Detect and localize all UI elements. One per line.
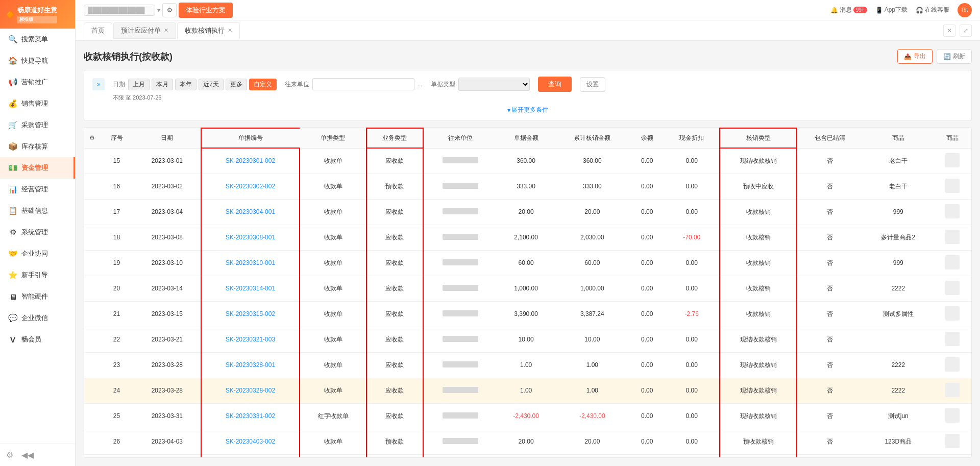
td-seq: 16	[100, 174, 134, 199]
page-actions: 📤 导出 🔄 刷新	[897, 49, 972, 64]
table-row: 24 2023-03-28 SK-20230328-002 收款单 应收款 1.…	[84, 378, 971, 403]
doc-no-link[interactable]: SK-20230314-001	[226, 285, 275, 292]
td-seq: 27	[100, 454, 134, 458]
td-writeoff-amount: 100.00	[555, 454, 630, 458]
td-seq: 23	[100, 352, 134, 378]
doc-no-link[interactable]: SK-20230308-001	[226, 234, 275, 241]
breadcrumb-area: ▾ ⚙ 体验行业方案	[84, 3, 824, 18]
custom-date-btn[interactable]: 自定义	[249, 79, 277, 90]
sidebar-label-finance: 资金管理	[21, 163, 48, 173]
sidebar-item-wechat[interactable]: 💬 企业微信	[0, 307, 75, 329]
sidebar-item-search[interactable]: 🔍 搜索菜单	[0, 29, 75, 50]
last-7-days-btn[interactable]: 近7天	[199, 79, 224, 90]
td-goods: 多计量商品2	[863, 225, 934, 250]
td-party	[423, 429, 498, 454]
sidebar-item-member[interactable]: V 畅会员	[0, 329, 75, 350]
td-goods: 老白干	[863, 174, 934, 199]
td-writeoff-amount: 1.00	[555, 352, 630, 378]
doc-no-link[interactable]: SK-20230328-001	[226, 361, 275, 369]
filter-panel: » 日期 上月 本月 本年 近7天 更多 自定义 往来单位 ...	[84, 70, 972, 121]
td-settings	[84, 327, 100, 352]
sidebar-item-collab[interactable]: 🤝 企业协同	[0, 243, 75, 264]
settings-bottom-icon[interactable]: ⚙	[6, 450, 13, 460]
user-avatar[interactable]: Rit	[958, 3, 972, 17]
th-goods: 商品	[863, 128, 934, 148]
doc-no-link[interactable]: SK-20230321-003	[226, 336, 275, 343]
sidebar-item-hardware[interactable]: 🖥 智能硬件	[0, 286, 75, 307]
collapse-icon[interactable]: ◀◀	[21, 450, 34, 460]
more-date-btn[interactable]: 更多	[226, 79, 247, 90]
th-settings[interactable]: ⚙	[84, 128, 100, 148]
tab-collection-label: 收款核销执行	[185, 26, 225, 35]
td-doc-type: 收款单	[300, 148, 366, 174]
td-cash-discount: 0.00	[664, 174, 720, 199]
td-goods-img	[934, 301, 971, 327]
doc-no-link[interactable]: SK-20230331-002	[226, 412, 275, 420]
breadcrumb-input[interactable]	[84, 5, 155, 16]
td-doc-type: 收款单	[300, 327, 366, 352]
doc-no-link[interactable]: SK-20230403-002	[226, 438, 275, 445]
sidebar-item-finance[interactable]: 💵 资金管理	[0, 157, 75, 179]
party-input[interactable]	[312, 78, 414, 90]
sidebar-label-inventory: 库存核算	[21, 142, 48, 151]
basic-info-icon: 📋	[8, 206, 17, 215]
filter-settings-button[interactable]: 设置	[580, 77, 605, 92]
td-goods: 测试jun	[863, 403, 934, 429]
query-button[interactable]: 查询	[538, 77, 572, 92]
tab-prepay-close-icon[interactable]: ✕	[164, 27, 168, 34]
this-year-btn[interactable]: 本年	[175, 79, 197, 90]
doc-no-link[interactable]: SK-20230315-002	[226, 310, 275, 317]
td-doc-type: 收款单	[300, 276, 366, 301]
td-doc-type: 收款单	[300, 454, 366, 458]
sidebar-item-system[interactable]: ⚙ 系统管理	[0, 222, 75, 243]
sidebar-bottom: ⚙ ◀◀	[0, 444, 75, 466]
refresh-button[interactable]: 🔄 刷新	[937, 49, 972, 64]
td-writeoff-type: 收款核销	[720, 301, 797, 327]
tab-collection-close-icon[interactable]: ✕	[228, 27, 232, 34]
td-date: 2023-03-04	[134, 199, 201, 225]
filter-expand-button[interactable]: »	[92, 78, 105, 90]
td-writeoff-type: 现结收款核销	[720, 403, 797, 429]
notification-area[interactable]: 🔔 消息 99+	[830, 6, 867, 14]
sidebar-item-inventory[interactable]: 📦 库存核算	[0, 136, 75, 157]
doc-no-link[interactable]: SK-20230310-001	[226, 259, 275, 266]
sidebar-item-quick-nav[interactable]: 🏠 快捷导航	[0, 50, 75, 71]
sidebar-item-guide[interactable]: ⭐ 新手引导	[0, 264, 75, 286]
td-balance: 0.00	[630, 327, 664, 352]
tab-collection[interactable]: 收款核销执行 ✕	[177, 22, 240, 39]
sidebar-item-basic-info[interactable]: 📋 基础信息	[0, 200, 75, 222]
sidebar-item-purchase[interactable]: 🛒 采购管理	[0, 114, 75, 136]
td-writeoff-amount: -2,430.00	[555, 403, 630, 429]
td-party	[423, 225, 498, 250]
tab-close-btn[interactable]: ✕	[943, 24, 955, 37]
export-button[interactable]: 📤 导出	[897, 49, 933, 64]
top-header: ▾ ⚙ 体验行业方案 🔔 消息 99+ 📱 App下载 🎧 在线客服 Rit	[76, 0, 980, 20]
doc-no-link[interactable]: SK-20230301-002	[226, 157, 275, 164]
online-service-area[interactable]: 🎧 在线客服	[916, 6, 949, 14]
app-download-area[interactable]: 📱 App下载	[875, 6, 908, 14]
headset-icon: 🎧	[916, 7, 923, 14]
table-row: 16 2023-03-02 SK-20230302-002 收款单 预收款 33…	[84, 174, 971, 199]
expand-conditions-btn[interactable]: ▾ 展开更多条件	[507, 106, 548, 114]
doc-no-link[interactable]: SK-20230304-001	[226, 208, 275, 215]
td-doc-no: SK-20230301-002	[201, 148, 300, 174]
sidebar-item-operations[interactable]: 📊 经营管理	[0, 179, 75, 200]
sidebar-item-marketing[interactable]: 📢 营销推广	[0, 71, 75, 93]
doc-type-select[interactable]	[458, 78, 530, 91]
this-month-btn[interactable]: 本月	[152, 79, 173, 90]
doc-no-link[interactable]: SK-20230302-002	[226, 183, 275, 190]
doc-no-link[interactable]: SK-20230328-002	[226, 387, 275, 394]
td-writeoff-amount: 1.00	[555, 378, 630, 403]
breadcrumb-arrow-icon: ▾	[157, 7, 160, 14]
tab-maximize-btn[interactable]: ⤢	[960, 24, 972, 37]
industry-solution-button[interactable]: 体验行业方案	[179, 3, 233, 18]
sidebar-item-sales[interactable]: 💰 销售管理	[0, 93, 75, 114]
tab-home[interactable]: 首页	[84, 22, 112, 39]
notification-label: 消息	[840, 6, 852, 14]
last-month-btn[interactable]: 上月	[128, 79, 150, 90]
td-settings	[84, 276, 100, 301]
td-writeoff-amount: 60.00	[555, 250, 630, 276]
gear-button[interactable]: ⚙	[162, 3, 177, 17]
tab-prepay[interactable]: 预计应应付单 ✕	[113, 22, 176, 39]
td-settings	[84, 352, 100, 378]
